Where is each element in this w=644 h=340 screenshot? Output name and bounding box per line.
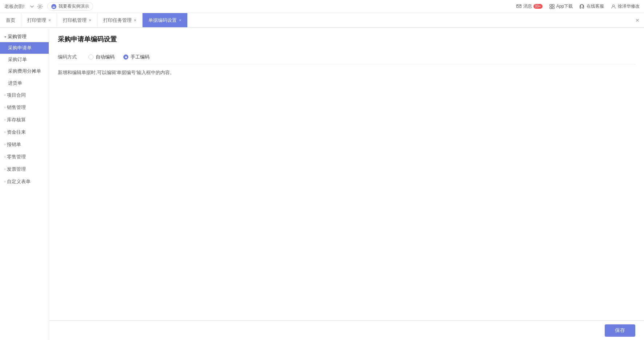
tab-barcode-settings-close[interactable]: ×: [179, 18, 181, 23]
svg-rect-2: [552, 4, 554, 6]
demo-cloud-icon: ☁: [51, 4, 56, 9]
sidebar: ▾ 采购管理 采购申请单 采购订单 采购费用分摊单 进货单 › 项目合同 › 销…: [0, 28, 49, 340]
sidebar-group-returns[interactable]: › 报销单: [0, 138, 49, 151]
tab-print-task-close[interactable]: ×: [134, 18, 136, 23]
sidebar-item-purchase-order-label: 采购订单: [8, 56, 27, 63]
sidebar-group-invoice-label: 发票管理: [7, 166, 26, 173]
retail-chevron-icon: ›: [4, 155, 5, 159]
sidebar-item-purchase-expense[interactable]: 采购费用分摊单: [0, 65, 49, 77]
app-download-button[interactable]: App下载: [549, 3, 573, 9]
radio-manual-label: 手工编码: [131, 54, 149, 60]
purchase-chevron-icon: ▾: [4, 35, 6, 39]
sidebar-item-inbound[interactable]: 进货单: [0, 77, 49, 89]
sidebar-group-custom-form-label: 自定义表单: [7, 178, 31, 185]
sidebar-group-project-label: 项目合同: [7, 92, 26, 98]
online-service-button[interactable]: 在线客服: [579, 3, 604, 9]
encoding-row: 编码方式 自动编码 手工编码: [58, 50, 635, 64]
radio-manual-circle: [123, 54, 128, 60]
layout: ▾ 采购管理 采购申请单 采购订单 采购费用分摊单 进货单 › 项目合同 › 销…: [0, 28, 644, 340]
main-content: 采购申请单编码设置 编码方式 自动编码 手工编码: [49, 28, 644, 340]
message-badge: 99+: [533, 4, 543, 9]
top-bar-left: 老板勿割! ☁ 我要看实例演示: [4, 2, 93, 11]
demo-link[interactable]: ☁ 我要看实例演示: [47, 2, 93, 11]
user-profile-button[interactable]: 徐泽华修改: [611, 3, 640, 9]
tab-printer-mgmt-close[interactable]: ×: [89, 18, 91, 23]
tab-bar: 首页 打印管理 × 打印机管理 × 打印任务管理 × 单据编码设置 × ✕: [0, 13, 644, 28]
sidebar-group-project-contract[interactable]: › 项目合同: [0, 89, 49, 101]
svg-point-5: [613, 5, 615, 7]
tab-print-mgmt[interactable]: 打印管理 ×: [21, 13, 57, 27]
tab-print-task-label: 打印任务管理: [103, 17, 132, 24]
custom-form-chevron-icon: ›: [4, 179, 5, 183]
sidebar-group-returns-label: 报销单: [7, 141, 21, 148]
sidebar-item-purchase-order[interactable]: 采购订单: [0, 54, 49, 65]
tab-home[interactable]: 首页: [0, 13, 21, 27]
top-bar-icons: [29, 4, 43, 9]
save-button[interactable]: 保存: [605, 324, 635, 337]
sidebar-group-sales-label: 销售管理: [7, 104, 26, 111]
message-icon: [516, 4, 522, 9]
sidebar-group-custom-form[interactable]: › 自定义表单: [0, 175, 49, 188]
tab-printer-mgmt[interactable]: 打印机管理 ×: [57, 13, 97, 27]
service-icon: [579, 4, 585, 9]
sidebar-group-inventory[interactable]: › 库存核算: [0, 114, 49, 126]
top-bar-right: 消息 99+ App下载 在线客服 徐泽华修改: [516, 3, 640, 9]
sidebar-group-retail[interactable]: › 零售管理: [0, 151, 49, 163]
sidebar-group-purchase-label: 采购管理: [8, 33, 27, 40]
brand-hint: 老板勿割!: [4, 3, 25, 10]
sidebar-group-purchase[interactable]: ▾ 采购管理: [0, 31, 49, 42]
dropdown-icon[interactable]: [29, 4, 35, 9]
svg-rect-4: [552, 7, 554, 9]
finance-chevron-icon: ›: [4, 130, 5, 134]
invoice-chevron-icon: ›: [4, 167, 5, 171]
close-panel-icon[interactable]: ✕: [635, 17, 640, 23]
inventory-chevron-icon: ›: [4, 118, 5, 122]
svg-point-0: [39, 5, 41, 7]
radio-auto[interactable]: 自动编码: [88, 54, 115, 60]
sidebar-item-purchase-request-label: 采购申请单: [8, 45, 32, 51]
tab-printer-mgmt-label: 打印机管理: [63, 17, 87, 24]
user-icon: [611, 4, 616, 9]
svg-rect-3: [550, 7, 552, 9]
radio-auto-circle: [88, 54, 93, 60]
project-chevron-icon: ›: [4, 93, 5, 97]
sidebar-group-finance-label: 资金往来: [7, 129, 26, 135]
bottom-bar: 保存: [49, 320, 644, 340]
sidebar-item-purchase-request[interactable]: 采购申请单: [0, 42, 49, 54]
top-bar: 老板勿割! ☁ 我要看实例演示 消息 99+: [0, 0, 644, 13]
sidebar-group-invoice[interactable]: › 发票管理: [0, 163, 49, 175]
user-label: 徐泽华修改: [618, 3, 640, 9]
sidebar-group-finance[interactable]: › 资金往来: [0, 126, 49, 138]
tab-print-mgmt-close[interactable]: ×: [48, 18, 51, 23]
encoding-section: 编码方式 自动编码 手工编码 新增和编辑单据时,可以编辑'单: [58, 50, 635, 76]
encoding-description: 新增和编辑单据时,可以编辑'单据编号'输入框中的内容。: [58, 69, 635, 76]
gear-icon[interactable]: [37, 4, 43, 9]
radio-manual[interactable]: 手工编码: [123, 54, 149, 60]
sidebar-group-retail-label: 零售管理: [7, 154, 26, 160]
app-label: App下载: [556, 3, 573, 9]
demo-label: 我要看实例演示: [59, 3, 89, 9]
message-label: 消息: [523, 3, 532, 9]
content-area: 采购申请单编码设置 编码方式 自动编码 手工编码: [49, 28, 644, 320]
tab-print-mgmt-label: 打印管理: [27, 17, 46, 24]
tab-barcode-settings[interactable]: 单据编码设置 ×: [143, 13, 188, 27]
page-title: 采购申请单编码设置: [58, 35, 635, 44]
sidebar-group-sales[interactable]: › 销售管理: [0, 101, 49, 114]
tab-print-task[interactable]: 打印任务管理 ×: [97, 13, 143, 27]
sidebar-group-inventory-label: 库存核算: [7, 117, 26, 123]
radio-auto-label: 自动编码: [96, 54, 115, 60]
app-icon: [549, 4, 555, 9]
returns-chevron-icon: ›: [4, 142, 5, 146]
encoding-label: 编码方式: [58, 54, 80, 60]
sidebar-item-purchase-expense-label: 采购费用分摊单: [8, 68, 41, 74]
service-label: 在线客服: [587, 3, 604, 9]
sidebar-item-inbound-label: 进货单: [8, 80, 22, 86]
svg-rect-1: [550, 4, 552, 6]
sales-chevron-icon: ›: [4, 105, 5, 109]
radio-group: 自动编码 手工编码: [88, 54, 149, 60]
tab-home-label: 首页: [6, 17, 15, 24]
tab-barcode-settings-label: 单据编码设置: [148, 17, 177, 24]
message-button[interactable]: 消息 99+: [516, 3, 543, 9]
